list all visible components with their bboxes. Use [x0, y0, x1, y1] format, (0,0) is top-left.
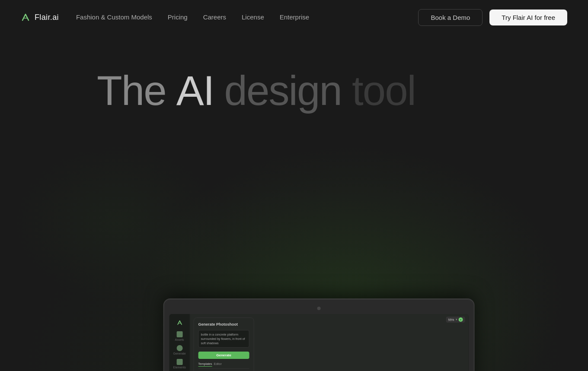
app-sidebar-logo: [173, 317, 185, 327]
try-free-button[interactable]: Try Flair AI for free: [489, 10, 567, 25]
generate-textarea[interactable]: bottle in a concrete platform surrounded…: [198, 330, 249, 348]
laptop-camera: [317, 307, 321, 310]
app-sidebar: Assets Generate Elements Humans: [169, 314, 190, 371]
tab-templates[interactable]: Templates: [198, 362, 212, 367]
nav-item-fashion[interactable]: Fashion & Custom Models: [76, 13, 152, 21]
nav-right: Book a Demo Try Flair AI for free: [418, 9, 567, 26]
generate-button[interactable]: Generate: [198, 352, 249, 359]
zoom-dot: +: [459, 317, 463, 322]
tab-editor[interactable]: Editor: [214, 362, 222, 367]
app-screenshot: Assets Generate Elements Humans: [163, 298, 475, 371]
book-demo-button[interactable]: Book a Demo: [418, 9, 483, 26]
app-sidebar-item-elements[interactable]: Elements: [172, 358, 187, 371]
hero-word-ai: AI: [176, 69, 214, 113]
flair-logo-icon: [21, 13, 30, 22]
hero-word-design: design: [224, 69, 342, 113]
nav-item-enterprise[interactable]: Enterprise: [280, 13, 309, 21]
nav-item-pricing[interactable]: Pricing: [168, 13, 188, 21]
generate-tabs: Templates Editor: [198, 362, 249, 369]
logo-text: Flair.ai: [35, 13, 59, 22]
navbar: Flair.ai Fashion & Custom Models Pricing…: [0, 0, 588, 35]
hero-word-the: The: [97, 69, 166, 113]
laptop-bezel: Assets Generate Elements Humans: [163, 298, 475, 371]
app-main: Generate Photoshoot bottle in a concrete…: [190, 314, 469, 371]
nav-left: Flair.ai Fashion & Custom Models Pricing…: [21, 13, 309, 22]
logo[interactable]: Flair.ai: [21, 13, 59, 22]
hero-headline: The AI design tool: [97, 69, 588, 113]
nav-links: Fashion & Custom Models Pricing Careers …: [76, 13, 309, 21]
app-sidebar-item-assets[interactable]: Assets: [172, 330, 187, 343]
zoom-control[interactable]: 55% ▾ +: [446, 317, 465, 323]
app-sidebar-item-generate[interactable]: Generate: [172, 344, 187, 357]
laptop-frame: Assets Generate Elements Humans: [163, 298, 475, 371]
hero-word-tool: tool: [352, 69, 415, 113]
nav-item-careers[interactable]: Careers: [203, 13, 226, 21]
laptop-topbar: [169, 304, 469, 312]
hero-section: The AI design tool: [0, 35, 588, 113]
generate-panel: Generate Photoshoot bottle in a concrete…: [194, 317, 254, 371]
laptop-screen: Assets Generate Elements Humans: [169, 314, 469, 371]
nav-item-license[interactable]: License: [242, 13, 264, 21]
